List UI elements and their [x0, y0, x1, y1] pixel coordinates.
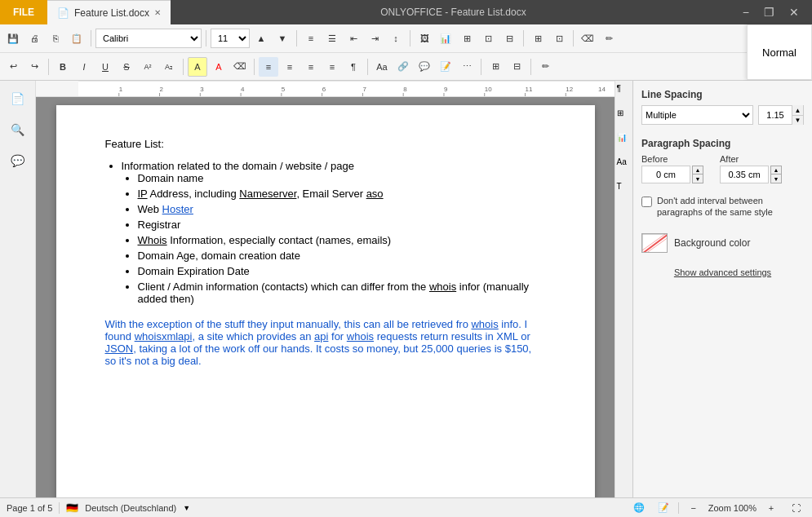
right-strip-btn4[interactable]: Aa	[617, 157, 632, 180]
insert-image-button[interactable]: 🖼	[415, 29, 434, 48]
api-link[interactable]: api	[314, 330, 328, 342]
language-label[interactable]: Deutsch (Deutschland)	[85, 503, 176, 513]
document-scroll[interactable]: Feature List: Information related to the…	[36, 97, 615, 497]
before-stepper: ▲ ▼	[692, 166, 703, 183]
right-strip-btn2[interactable]: ⊞	[617, 108, 632, 131]
align-left-button[interactable]: ≡	[259, 57, 278, 77]
whoisxmlapi-link[interactable]: whoisxmlapi	[135, 330, 193, 342]
line-spacing-input[interactable]: 1.15	[759, 110, 792, 120]
pen-button[interactable]: ✏	[535, 57, 555, 77]
highlight-button[interactable]: A	[188, 57, 207, 77]
line-spacing-up[interactable]: ▲	[792, 105, 803, 115]
link-button[interactable]: 🔗	[393, 57, 413, 77]
track-button[interactable]: 📝	[436, 57, 455, 77]
whois-link-1[interactable]: whois	[471, 318, 498, 330]
before-up[interactable]: ▲	[692, 166, 703, 175]
after-label: After	[720, 154, 782, 164]
sub-item-5: Whois Information, especially contact (n…	[138, 234, 392, 246]
line-spacing-title: Line Spacing	[641, 89, 804, 100]
align-justify-button[interactable]: ≡	[322, 57, 342, 77]
superscript-button[interactable]: A²	[138, 57, 158, 77]
italic-button[interactable]: I	[74, 57, 94, 77]
restore-button[interactable]: ❐	[757, 4, 781, 20]
paste-button[interactable]: 📋	[67, 29, 87, 48]
minimize-button[interactable]: −	[736, 4, 756, 20]
zoom-in-button[interactable]: +	[761, 498, 781, 518]
undo-button[interactable]: ↩	[3, 57, 23, 77]
flag-icon: 🇩🇪	[66, 502, 78, 514]
file-nav-button[interactable]: 📄	[3, 84, 33, 113]
tab-close-button[interactable]: ✕	[154, 8, 161, 17]
normal-style-box[interactable]: Normal	[747, 24, 812, 80]
redo-button[interactable]: ↪	[24, 57, 44, 77]
after-input[interactable]: 0.35 cm	[720, 166, 769, 183]
clear-format-button[interactable]: ⌫	[230, 57, 250, 77]
font-size-up-button[interactable]: ▲	[251, 29, 271, 48]
comment-button[interactable]: 💬	[415, 57, 434, 77]
document-tab[interactable]: 📄 Feature List.docx ✕	[47, 0, 171, 24]
bullet-list-button[interactable]: ≡	[301, 29, 321, 48]
insert-button3[interactable]: ⊟	[499, 29, 519, 48]
fullscreen-button[interactable]: ⛶	[786, 498, 805, 518]
json-link[interactable]: JSON	[105, 342, 134, 355]
paragraph-button[interactable]: ¶	[344, 57, 363, 77]
font-size-down-button[interactable]: ▼	[273, 29, 292, 48]
copy-button[interactable]: ⎘	[46, 29, 65, 48]
format-button1[interactable]: ⊞	[528, 29, 548, 48]
font-size-select[interactable]: 11	[211, 29, 250, 48]
after-up[interactable]: ▲	[770, 166, 782, 175]
font-family-select[interactable]: Calibri	[95, 29, 202, 48]
line-spacing-section: Line Spacing Multiple Single 1.5 Lines D…	[641, 89, 804, 130]
before-down[interactable]: ▼	[692, 175, 703, 183]
underline-button[interactable]: U	[95, 57, 115, 77]
decrease-indent-button[interactable]: ⇤	[344, 29, 363, 48]
zoom-out-button[interactable]: −	[684, 498, 703, 518]
format-button2[interactable]: ⊡	[549, 29, 569, 48]
document-container: 1 2 3 4 5 6 7 8 9 10 11 12 14	[36, 81, 615, 497]
spell-check-button[interactable]: 🌐	[629, 498, 649, 518]
after-value-row: 0.35 cm ▲ ▼	[720, 166, 782, 183]
align-center-button[interactable]: ≡	[280, 57, 300, 77]
insert-button2[interactable]: ⊡	[478, 29, 498, 48]
right-strip-btn5[interactable]: T	[617, 182, 632, 205]
before-input[interactable]: 0 cm	[641, 166, 690, 183]
same-style-checkbox[interactable]	[641, 197, 652, 207]
align-right-button[interactable]: ≡	[301, 57, 321, 77]
bold-button[interactable]: B	[53, 57, 73, 77]
line-spacing-button[interactable]: ↕	[386, 29, 406, 48]
style-button[interactable]: Aa	[372, 57, 392, 77]
file-menu-button[interactable]: FILE	[0, 0, 47, 24]
format-button3[interactable]: ✏	[599, 29, 619, 48]
after-spacing: After 0.35 cm ▲ ▼	[720, 154, 782, 183]
line-spacing-select[interactable]: Multiple Single 1.5 Lines Double At Leas…	[641, 105, 753, 125]
after-down[interactable]: ▼	[770, 175, 782, 183]
section-button[interactable]: ⊟	[507, 57, 526, 77]
search-nav-button[interactable]: 🔍	[3, 115, 33, 144]
hoster-link[interactable]: Hoster	[162, 203, 193, 215]
language-dropdown-icon[interactable]: ▼	[183, 504, 190, 512]
close-button[interactable]: ✕	[783, 4, 805, 20]
whois-link-2[interactable]: whois	[347, 330, 374, 342]
bg-color-row[interactable]: Background color	[641, 233, 804, 253]
right-strip-btn3[interactable]: 📊	[617, 133, 632, 156]
eraser-button[interactable]: ⌫	[578, 29, 597, 48]
save-button[interactable]: 💾	[3, 29, 23, 48]
print-button[interactable]: 🖨	[24, 29, 44, 48]
increase-indent-button[interactable]: ⇥	[365, 29, 384, 48]
line-spacing-down[interactable]: ▼	[792, 115, 803, 125]
table-button[interactable]: ⊞	[486, 57, 505, 77]
strikethrough-button[interactable]: S	[117, 57, 136, 77]
comment-nav-button[interactable]: 💬	[3, 146, 33, 175]
track-changes-button[interactable]: 📝	[654, 498, 673, 518]
show-advanced-link[interactable]: Show advanced settings	[641, 267, 804, 277]
numbered-list-button[interactable]: ☰	[322, 29, 342, 48]
status-right: 🌐 📝 − Zoom 100% + ⛶	[629, 498, 805, 518]
font-color-button[interactable]: A	[209, 57, 229, 77]
more-button[interactable]: ⋯	[457, 57, 477, 77]
right-strip-btn1[interactable]: ¶	[617, 84, 632, 107]
insert-chart-button[interactable]: 📊	[436, 29, 455, 48]
document-page: Feature List: Information related to the…	[56, 105, 595, 497]
status-bar: Page 1 of 5 🇩🇪 Deutsch (Deutschland) ▼ 🌐…	[0, 497, 812, 517]
insert-table-button[interactable]: ⊞	[457, 29, 477, 48]
subscript-button[interactable]: A₂	[159, 57, 179, 77]
